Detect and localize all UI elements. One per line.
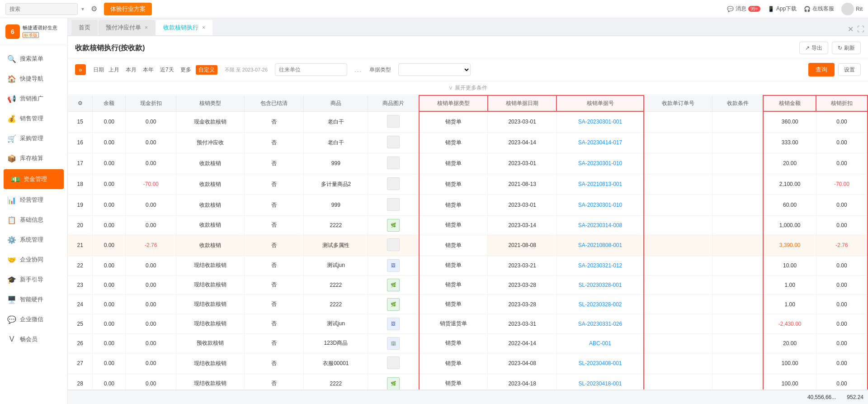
sidebar-item-capital[interactable]: 💵 资金管理	[4, 169, 64, 189]
guide-icon: 🎓	[7, 276, 16, 284]
receipt-condition	[712, 111, 764, 132]
settings-icon[interactable]: ⚙	[88, 3, 100, 15]
bill-type: 销货单	[419, 195, 488, 215]
receipt-condition	[712, 314, 764, 333]
source-unit-input[interactable]	[275, 63, 347, 76]
writeoff-discount: 0.00	[816, 153, 868, 174]
maximize-icon[interactable]: ⛶	[857, 25, 864, 33]
export-icon: ↗	[805, 45, 810, 51]
sidebar-item-search[interactable]: 🔍 搜索菜单	[0, 49, 67, 69]
bill-no[interactable]: SA-20230301-010	[557, 195, 644, 215]
th-writeoff-discount: 核销折扣	[816, 95, 868, 111]
search-icon: 🔍	[7, 55, 16, 63]
row-number: 27	[68, 353, 93, 374]
product: 2222	[304, 215, 368, 235]
bill-no[interactable]: SA-20230331-026	[557, 314, 644, 333]
custom-date-option[interactable]: 自定义	[196, 65, 217, 75]
writeoff-amount: 3,390.00	[763, 235, 816, 256]
online-service-item[interactable]: 🎧 在线客服	[804, 5, 834, 13]
marketing-icon: 📢	[7, 95, 16, 103]
last-7days-option[interactable]: 近7天	[158, 65, 176, 75]
last-month-option[interactable]: 上月	[107, 65, 121, 75]
refresh-button[interactable]: ↻ 刷新	[832, 42, 861, 54]
included: 否	[244, 153, 303, 174]
bill-no[interactable]: SA-20210808-001	[557, 235, 644, 256]
sidebar-item-inventory[interactable]: 📦 库存核算	[0, 148, 67, 168]
writeoff-amount: 60.00	[763, 195, 816, 215]
sidebar-item-label: 资金管理	[24, 175, 47, 183]
sidebar-item-guide[interactable]: 🎓 新手引导	[0, 270, 67, 290]
filter-toggle-button[interactable]: »	[75, 64, 86, 75]
tab-close-icon[interactable]: ×	[202, 24, 205, 31]
tab-close-icon[interactable]: ×	[145, 24, 148, 31]
balance: 0.00	[93, 215, 126, 235]
bill-no[interactable]: SL-20230418-001	[557, 374, 644, 390]
product: 2222	[304, 374, 368, 390]
th-product-img: 商品图片	[368, 95, 419, 111]
included: 否	[244, 174, 303, 195]
writeoff-amount: 20.00	[763, 333, 816, 353]
included: 否	[244, 275, 303, 295]
balance: 0.00	[93, 314, 126, 333]
bill-type-select[interactable]	[398, 63, 471, 76]
bill-no[interactable]: SA-20230301-010	[557, 153, 644, 174]
sidebar-item-marketing[interactable]: 📢 营销推广	[0, 89, 67, 109]
sidebar-item-member[interactable]: V 畅会员	[0, 329, 67, 349]
user-item[interactable]: Rit	[841, 3, 863, 15]
product-img	[368, 174, 419, 195]
product-img: 🌿	[368, 215, 419, 235]
receipt-order-no	[644, 374, 712, 390]
sidebar-item-hardware[interactable]: 🖥️ 智能硬件	[0, 290, 67, 309]
app-download-item[interactable]: 📱 App下载	[768, 5, 797, 13]
bill-no[interactable]: ABC-001	[557, 333, 644, 353]
filter-bar: » 日期 上月 本月 本年 近7天 更多 自定义 不限 至 202	[68, 58, 868, 81]
bill-type: 销货单	[419, 353, 488, 374]
th-settings[interactable]: ⚙	[68, 95, 93, 111]
trial-button[interactable]: 体验行业方案	[104, 3, 152, 15]
close-window-icon[interactable]: ✕	[848, 25, 854, 33]
this-year-option[interactable]: 本年	[141, 65, 156, 75]
chevron-down-icon[interactable]: ▾	[81, 6, 84, 12]
bill-no[interactable]: SA-20210813-001	[557, 174, 644, 195]
receipt-order-no	[644, 295, 712, 314]
table-row: 160.000.00预付冲应收否老白干销货单2023-04-14SA-20230…	[68, 132, 868, 153]
sidebar-item-label: 搜索菜单	[20, 55, 43, 63]
sidebar-item-operation[interactable]: 📊 经营管理	[0, 190, 67, 210]
expand-more-bar[interactable]: ∨ 展开更多条件	[68, 81, 868, 95]
th-product: 商品	[304, 95, 368, 111]
product-img: 🌿	[368, 374, 419, 390]
sidebar-item-wechat[interactable]: 💬 企业微信	[0, 309, 67, 329]
this-month-option[interactable]: 本月	[124, 65, 138, 75]
bill-type: 销货单	[419, 174, 488, 195]
sidebar-item-sales[interactable]: 💰 销售管理	[0, 109, 67, 128]
sidebar-item-basic[interactable]: 📋 基础信息	[0, 210, 67, 230]
more-date-option[interactable]: 更多	[179, 65, 193, 75]
bill-no[interactable]: SL-20230408-001	[557, 353, 644, 374]
sidebar-item-quick[interactable]: 🏠 快捷导航	[0, 69, 67, 89]
writeoff-type: 预收款核销	[176, 333, 245, 353]
writeoff-discount: 0.00	[816, 314, 868, 333]
tab-prepay[interactable]: 预付冲应付单 ×	[99, 20, 155, 35]
sidebar-item-system[interactable]: ⚙️ 系统管理	[0, 230, 67, 250]
filter-settings-button[interactable]: 设置	[838, 63, 861, 76]
bill-no[interactable]: SA-20230321-012	[557, 256, 644, 275]
writeoff-type: 收款核销	[176, 195, 245, 215]
bill-no[interactable]: SA-20230414-017	[557, 132, 644, 153]
bill-no[interactable]: SL-20230328-001	[557, 275, 644, 295]
tab-collection[interactable]: 收款核销执行 ×	[156, 20, 212, 35]
export-button[interactable]: ↗ 导出	[799, 42, 828, 54]
sidebar-item-enterprise[interactable]: 🤝 企业协同	[0, 250, 67, 270]
sidebar-item-purchase[interactable]: 🛒 采购管理	[0, 128, 67, 148]
balance: 0.00	[93, 174, 126, 195]
message-item[interactable]: 💬 消息 99+	[727, 5, 760, 13]
th-receipt-order-no: 收款单订单号	[644, 95, 712, 111]
message-badge: 99+	[748, 6, 760, 12]
search-input[interactable]	[5, 3, 78, 15]
table-wrapper[interactable]: ⚙ 余额 现金折扣 核销类型 包含已结清 商品 商品图片 核销单据类型 核销单据…	[68, 95, 868, 390]
tab-home[interactable]: 首页	[71, 20, 98, 35]
th-writeoff-amount: 核销金额	[763, 95, 816, 111]
bill-no[interactable]: SA-20230301-001	[557, 111, 644, 132]
bill-no[interactable]: SL-20230328-002	[557, 295, 644, 314]
bill-no[interactable]: SA-20230314-008	[557, 215, 644, 235]
query-button[interactable]: 查询	[808, 63, 835, 76]
